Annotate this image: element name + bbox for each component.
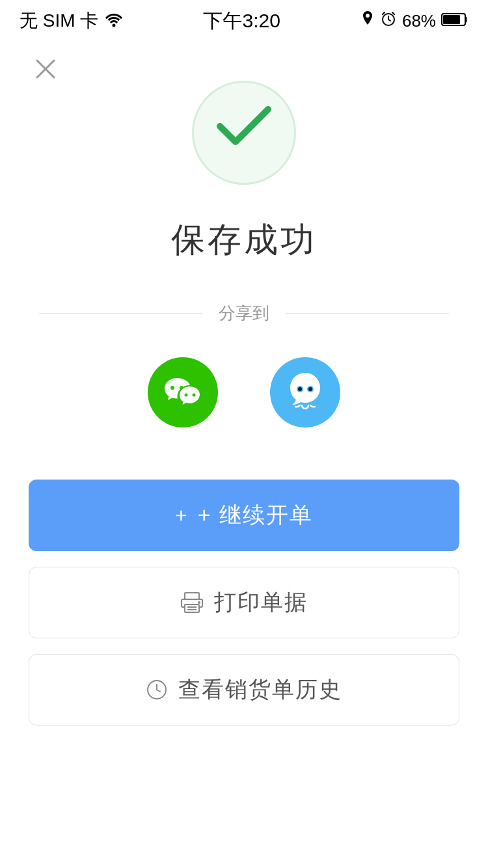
main-content: 保存成功 分享到 — [0, 42, 488, 726]
svg-rect-14 — [185, 593, 199, 599]
svg-point-6 — [170, 386, 174, 390]
wifi-icon — [105, 10, 123, 31]
status-left: 无 SIM 卡 — [20, 8, 123, 33]
battery-icon — [441, 11, 468, 31]
status-bar: 无 SIM 卡 下午3:20 68% — [0, 0, 488, 42]
checkmark-icon — [215, 101, 273, 159]
share-icons — [148, 357, 340, 427]
continue-button[interactable]: + + 继续开单 — [29, 480, 459, 551]
carrier-label: 无 SIM 卡 — [20, 8, 98, 33]
print-button[interactable]: 打印单据 — [29, 567, 459, 638]
svg-point-18 — [198, 601, 200, 604]
share-divider: 分享到 — [0, 302, 488, 325]
history-button[interactable]: 查看销货单历史 — [29, 654, 459, 726]
status-time: 下午3:20 — [203, 8, 280, 34]
svg-rect-15 — [185, 604, 199, 612]
svg-point-13 — [308, 387, 312, 391]
divider-line-right — [285, 313, 449, 314]
location-icon — [360, 10, 375, 32]
battery-label: 68% — [402, 11, 436, 31]
print-label: 打印单据 — [214, 588, 308, 617]
close-button[interactable] — [29, 52, 62, 86]
svg-point-8 — [185, 394, 188, 397]
success-icon — [192, 81, 296, 185]
continue-label: + 继续开单 — [198, 500, 313, 530]
history-label: 查看销货单历史 — [178, 675, 342, 705]
share-label: 分享到 — [203, 302, 285, 325]
divider-line-left — [39, 313, 203, 314]
action-buttons: + + 继续开单 打印单据 — [0, 480, 488, 726]
share-qq-button[interactable] — [270, 357, 340, 427]
svg-rect-3 — [443, 15, 460, 24]
clock-icon — [146, 679, 168, 701]
printer-icon — [180, 591, 204, 614]
svg-point-9 — [193, 394, 196, 397]
plus-icon: + — [175, 504, 187, 528]
share-wechat-button[interactable] — [148, 357, 218, 427]
status-right: 68% — [360, 10, 468, 32]
alarm-icon — [380, 10, 397, 32]
svg-point-0 — [113, 24, 116, 27]
success-title: 保存成功 — [171, 217, 317, 263]
svg-point-12 — [298, 387, 302, 391]
